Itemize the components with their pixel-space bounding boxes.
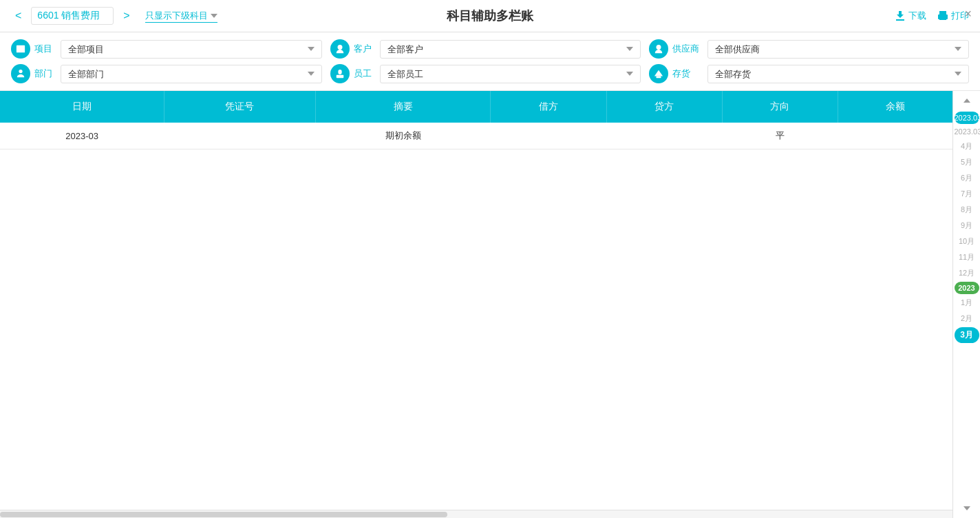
timeline-item-13[interactable]: 2月 — [955, 311, 979, 326]
table-body: 2023-03期初余额平 — [0, 123, 952, 149]
timeline-item-4[interactable]: 6月 — [955, 171, 979, 185]
project-icon — [11, 39, 30, 59]
project-text: 项目 — [34, 43, 52, 55]
chevron-down-icon — [211, 14, 217, 18]
employee-text: 员工 — [354, 68, 372, 80]
download-label: 下载 — [908, 10, 926, 22]
employee-select[interactable]: 全部员工 — [380, 65, 641, 83]
account-code-display: 6601 销售费用 — [31, 7, 114, 25]
filter-supplier-label: 供应商 — [649, 39, 699, 59]
timeline-item-10[interactable]: 12月 — [955, 266, 979, 280]
timeline-item-3[interactable]: 5月 — [955, 155, 979, 169]
show-sub-button[interactable]: 只显示下级科目 — [145, 10, 217, 23]
svg-rect-11 — [336, 75, 343, 78]
main-window: < 6601 销售费用 > 只显示下级科目 科目辅助多栏账 下载 打印 × — [0, 0, 980, 518]
scrollbar-thumb[interactable] — [0, 512, 447, 517]
customer-icon — [330, 39, 350, 59]
timeline-list: 2023.032023.034月5月6月7月8月9月10月11月12月20231… — [953, 110, 980, 499]
timeline-item-5[interactable]: 7月 — [955, 187, 979, 201]
supplier-select[interactable]: 全部供应商 — [707, 40, 969, 59]
cell-date: 2023-03 — [0, 123, 164, 149]
department-icon — [11, 64, 30, 83]
chevron-up-icon — [963, 99, 970, 103]
cell-balance — [838, 123, 952, 149]
th-summary: 摘要 — [316, 91, 491, 123]
th-balance: 余额 — [838, 91, 952, 123]
timeline-item-11[interactable]: 2023 — [955, 282, 979, 294]
top-actions: 下载 打印 — [895, 10, 969, 22]
filter-employee-label: 员工 — [330, 64, 372, 83]
th-debit: 借方 — [491, 91, 606, 123]
cell-direction: 平 — [722, 123, 838, 149]
table-header-row: 日期 凭证号 摘要 借方 贷方 方向 余额 — [0, 91, 952, 123]
close-button[interactable]: × — [964, 7, 972, 21]
page-title: 科目辅助多栏账 — [447, 8, 533, 24]
customer-select[interactable]: 全部客户 — [380, 40, 641, 59]
timeline-up-button[interactable] — [955, 91, 979, 110]
th-voucher: 凭证号 — [164, 91, 316, 123]
nav-prev-button[interactable]: < — [11, 8, 25, 23]
svg-rect-1 — [939, 11, 946, 14]
cell-summary: 期初余额 — [316, 123, 491, 149]
inventory-select[interactable]: 全部存货 — [707, 65, 969, 83]
customer-text: 客户 — [354, 43, 372, 55]
timeline-item-0[interactable]: 2023.03 — [955, 112, 979, 124]
inventory-icon — [649, 64, 668, 83]
department-select[interactable]: 全部部门 — [61, 65, 322, 83]
chevron-down-icon — [963, 506, 970, 510]
nav-next-button[interactable]: > — [119, 8, 134, 23]
supplier-text: 供应商 — [672, 43, 699, 55]
timeline-down-button[interactable] — [955, 499, 979, 518]
timeline-item-14[interactable]: 3月 — [955, 327, 979, 343]
download-icon — [895, 10, 906, 21]
svg-rect-5 — [18, 47, 24, 48]
department-text: 部门 — [34, 68, 52, 80]
timeline-item-9[interactable]: 11月 — [955, 250, 979, 265]
inventory-text: 存货 — [672, 68, 690, 80]
supplier-icon — [649, 39, 668, 59]
ledger-table: 日期 凭证号 摘要 借方 贷方 方向 余额 2023-03期初余额平 — [0, 91, 952, 149]
cell-debit — [491, 123, 606, 149]
timeline-item-1[interactable]: 2023.03 — [955, 125, 979, 138]
filter-customer-label: 客户 — [330, 39, 372, 59]
timeline-item-6[interactable]: 8月 — [955, 203, 979, 217]
svg-point-8 — [657, 45, 661, 50]
table-row: 2023-03期初余额平 — [0, 123, 952, 149]
table-wrapper: 日期 凭证号 摘要 借方 贷方 方向 余额 2023-03期初余额平 — [0, 91, 952, 510]
top-bar: < 6601 销售费用 > 只显示下级科目 科目辅助多栏账 下载 打印 × — [0, 0, 980, 32]
timeline-item-8[interactable]: 10月 — [955, 234, 979, 249]
employee-icon — [330, 64, 350, 83]
svg-rect-12 — [657, 76, 661, 79]
filter-bar: 项目 全部项目 客户 全部客户 供应商 全部供应商 — [0, 32, 980, 91]
cell-voucher — [164, 123, 316, 149]
print-icon — [937, 10, 948, 21]
svg-rect-10 — [338, 70, 341, 74]
horizontal-scrollbar[interactable] — [0, 510, 952, 518]
th-direction: 方向 — [722, 91, 838, 123]
download-button[interactable]: 下载 — [895, 10, 926, 22]
svg-rect-6 — [18, 49, 24, 50]
timeline-item-7[interactable]: 9月 — [955, 218, 979, 233]
project-select[interactable]: 全部项目 — [61, 40, 322, 59]
cell-credit — [606, 123, 722, 149]
th-date: 日期 — [0, 91, 164, 123]
svg-rect-0 — [896, 19, 904, 21]
timeline-item-12[interactable]: 1月 — [955, 296, 979, 310]
svg-point-9 — [19, 70, 22, 73]
filter-inventory-label: 存货 — [649, 64, 699, 83]
filter-project-label: 项目 — [11, 39, 52, 59]
svg-rect-3 — [939, 17, 946, 20]
show-sub-label: 只显示下级科目 — [145, 10, 208, 22]
filter-department-label: 部门 — [11, 64, 52, 83]
timeline-item-2[interactable]: 4月 — [955, 139, 979, 154]
svg-rect-7 — [18, 51, 21, 52]
timeline-panel: 2023.032023.034月5月6月7月8月9月10月11月12月20231… — [952, 91, 980, 518]
th-credit: 贷方 — [606, 91, 722, 123]
